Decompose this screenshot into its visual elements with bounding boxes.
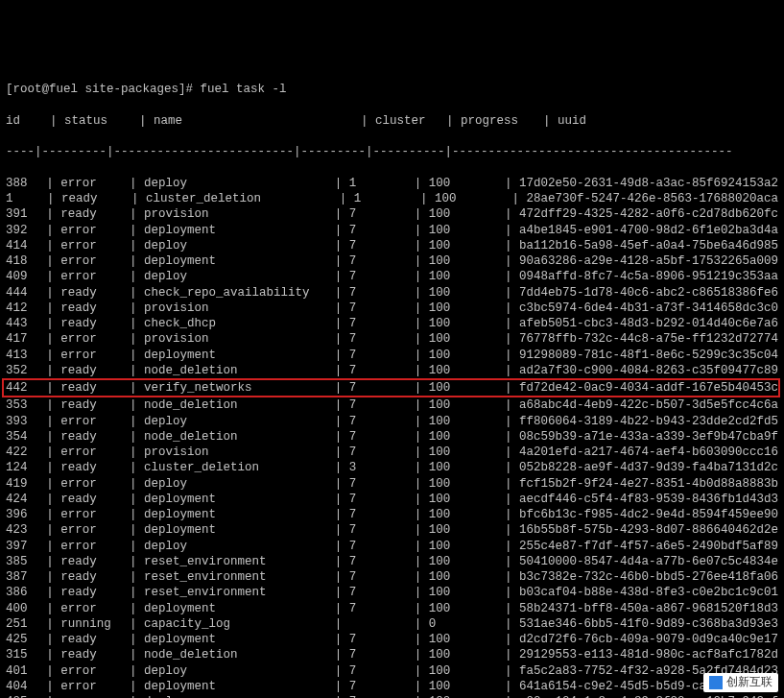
cell-cluster: 7 [349, 397, 415, 413]
cell-progress: 100 [429, 223, 505, 238]
cell-id: 444 [6, 285, 46, 301]
cell-id: 1 [6, 191, 47, 206]
cell-name: deployment [144, 253, 335, 269]
table-row: 442 | ready | verify_networks | 7 | 100 … [2, 378, 780, 397]
cell-id: 354 [6, 429, 46, 445]
cell-progress: 100 [429, 206, 505, 222]
cell-name: check_dhcp [144, 316, 335, 331]
table-row: 417 | error | provision | 7 | 100 | 7677… [6, 331, 778, 347]
cell-cluster: 7 [349, 269, 415, 284]
cell-cluster: 7 [349, 647, 415, 662]
cell-status: ready [60, 585, 130, 600]
cell-cluster: 7 [349, 476, 415, 492]
table-row: 444 | ready | check_repo_availability | … [6, 285, 778, 301]
cell-uuid: c3bc5974-6de4-4b31-a73f-3414658dc3c0 [519, 301, 778, 316]
cell-uuid: 052b8228-ae9f-4d37-9d39-fa4ba7131d2c [519, 460, 778, 475]
table-row: 387 | ready | reset_environment | 7 | 10… [6, 569, 778, 585]
cell-status: ready [60, 301, 130, 316]
cell-progress: 100 [429, 647, 505, 662]
cell-name: deploy [144, 476, 335, 492]
table-row: 400 | error | deployment | 7 | 100 | 58b… [6, 601, 778, 616]
table-row: 423 | error | deployment | 7 | 100 | 16b… [6, 522, 778, 538]
cell-progress: 100 [429, 429, 505, 445]
cell-cluster: 7 [349, 285, 415, 301]
cell-id: 412 [6, 301, 46, 316]
cell-status: ready [60, 569, 130, 585]
cell-cluster: 3 [349, 460, 415, 475]
cell-id: 413 [6, 348, 46, 363]
cell-status: error [60, 539, 130, 554]
cell-name: cluster_deletion [144, 460, 335, 475]
table-header: id| status| name| cluster| progress| uui… [6, 113, 778, 129]
cell-cluster: 7 [349, 380, 415, 396]
cell-progress: 100 [429, 414, 505, 429]
table-row: 405 | error | deploy | 7 | 100 | a00ea10… [6, 694, 778, 698]
header-status: status [64, 113, 139, 129]
cell-cluster: 1 [349, 176, 415, 191]
cell-status: error [60, 223, 130, 238]
cell-status: error [60, 445, 130, 460]
table-row: 397 | error | deploy | 7 | 100 | 255c4e8… [6, 539, 778, 554]
cell-status: error [60, 331, 130, 347]
cell-name: cluster_deletion [146, 191, 340, 206]
cell-progress: 100 [429, 585, 505, 600]
cell-cluster: 7 [349, 331, 415, 347]
cell-uuid: 08c59b39-a71e-433a-a339-3ef9b47cba9f [519, 429, 778, 445]
cell-id: 352 [6, 363, 46, 378]
cell-cluster: 7 [349, 253, 415, 269]
cell-status: error [60, 522, 130, 538]
cell-progress: 100 [429, 176, 505, 191]
cell-name: deployment [144, 679, 335, 694]
cell-id: 424 [6, 492, 46, 507]
cell-id: 385 [6, 554, 46, 569]
cell-name: deployment [144, 522, 335, 538]
header-cluster: cluster [375, 113, 446, 129]
table-row: 396 | error | deployment | 7 | 100 | bfc… [6, 507, 778, 522]
cell-name: node_deletion [144, 363, 335, 378]
cell-id: 443 [6, 316, 46, 331]
cell-progress: 100 [435, 191, 511, 206]
cell-status: error [60, 476, 130, 492]
cell-id: 422 [6, 445, 46, 460]
cell-progress: 100 [429, 476, 505, 492]
table-row: 251 | running | capacity_log | | 0 | 531… [6, 616, 778, 632]
cell-progress: 100 [429, 363, 505, 378]
table-divider: ----|---------|-------------------------… [6, 144, 778, 159]
cell-status: ready [60, 206, 130, 222]
cell-uuid: 531ae346-6bb5-41f0-9d89-c368ba3d93e3 [519, 616, 778, 632]
cell-name: node_deletion [144, 429, 335, 445]
header-uuid: uuid [558, 113, 778, 129]
cell-id: 404 [6, 679, 46, 694]
cell-id: 414 [6, 238, 46, 253]
cell-id: 409 [6, 269, 46, 284]
cell-id: 425 [6, 632, 46, 647]
cell-cluster: 7 [349, 445, 415, 460]
cell-progress: 100 [429, 397, 505, 413]
cell-uuid: ff806064-3189-4b22-b943-23dde2cd2fd5 [519, 414, 778, 429]
cell-progress: 100 [429, 663, 505, 679]
cell-name: deploy [144, 663, 335, 679]
cell-id: 387 [6, 569, 46, 585]
cell-uuid: 16b55b8f-575b-4293-8d07-886640462d2e [519, 522, 778, 538]
cell-cluster: 7 [349, 554, 415, 569]
cell-uuid: 90a63286-a29e-4128-a5bf-17532265a009 [519, 253, 778, 269]
table-row: 392 | error | deployment | 7 | 100 | a4b… [6, 223, 778, 238]
table-row: 385 | ready | reset_environment | 7 | 10… [6, 554, 778, 569]
cell-name: provision [144, 445, 335, 460]
cell-cluster: 7 [349, 223, 415, 238]
cell-cluster: 7 [349, 539, 415, 554]
cell-cluster: 7 [349, 316, 415, 331]
cell-status: ready [60, 429, 130, 445]
cell-id: 124 [6, 460, 46, 475]
table-row: 413 | error | deployment | 7 | 100 | 912… [6, 348, 778, 363]
cell-status: ready [60, 363, 130, 378]
cell-cluster: 7 [349, 522, 415, 538]
cell-cluster: 7 [349, 414, 415, 429]
cell-name: reset_environment [144, 585, 335, 600]
cell-status: error [60, 663, 130, 679]
table-row: 386 | ready | reset_environment | 7 | 10… [6, 585, 778, 600]
header-id: id [6, 113, 50, 129]
cell-uuid: fcf15b2f-9f24-4e27-8351-4b0d88a8883b [519, 476, 778, 492]
cell-cluster: 7 [349, 429, 415, 445]
cell-progress: 100 [429, 569, 505, 585]
